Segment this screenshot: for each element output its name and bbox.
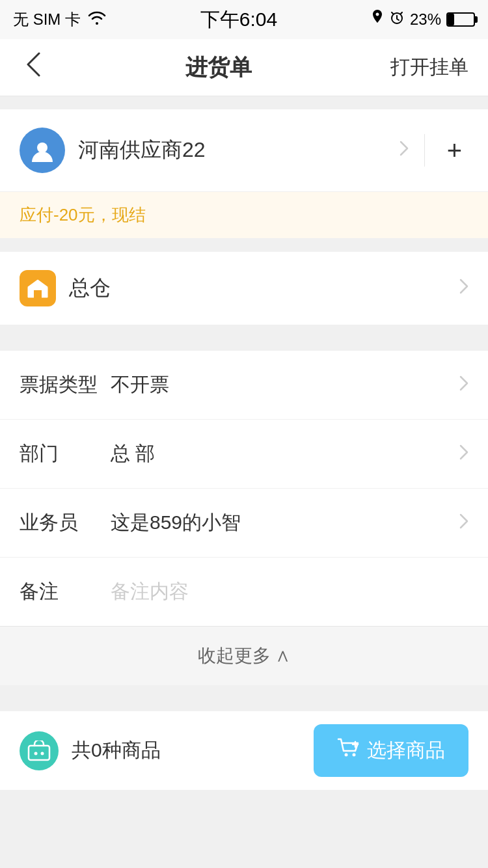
invoice-type-label: 票据类型 [20,372,111,398]
supplier-section: 河南供应商22 + 应付-20元，现结 [0,109,488,239]
battery-percentage: 23% [410,10,441,29]
location-icon [371,10,384,29]
alarm-icon [389,10,405,29]
department-value: 总 部 [111,441,459,467]
page-title: 进货单 [185,53,252,83]
svg-point-7 [353,753,356,757]
department-row[interactable]: 部门 总 部 [0,420,488,489]
salesman-chevron-icon [459,513,468,534]
invoice-type-row[interactable]: 票据类型 不开票 [0,351,488,420]
section-gap-2 [0,239,488,252]
section-gap-3 [0,325,488,338]
status-left: 无 SIM 卡 [13,9,107,30]
department-chevron-icon [459,444,468,465]
svg-rect-2 [34,290,42,298]
supplier-name: 河南供应商22 [78,136,400,165]
nav-bar: 进货单 打开挂单 [0,39,488,96]
svg-point-5 [41,752,44,755]
remark-label: 备注 [20,578,111,605]
salesman-row[interactable]: 业务员 这是859的小智 [0,489,488,558]
back-button[interactable] [20,46,47,89]
collapse-button[interactable]: 收起更多 ∧ [0,626,488,685]
salesman-label: 业务员 [20,509,111,536]
product-bar: 共0种商品 选择商品 [0,711,488,790]
battery-icon [446,12,475,27]
supplier-avatar [20,128,65,173]
status-right: 23% [371,10,475,29]
warehouse-chevron-icon [459,278,468,299]
svg-rect-3 [29,746,49,760]
wifi-icon [87,10,107,29]
warehouse-icon [20,270,56,306]
open-pending-button[interactable]: 打开挂单 [390,54,468,81]
section-gap-4 [0,685,488,698]
svg-point-6 [345,753,348,757]
notice-bar: 应付-20元，现结 [0,192,488,239]
cart-icon [337,738,360,763]
warehouse-section: 总仓 [0,252,488,325]
svg-point-4 [34,752,38,755]
form-section: 票据类型 不开票 部门 总 部 业务员 这是859的小智 备注 备注内容 [0,351,488,626]
product-icon [20,731,59,770]
warehouse-row[interactable]: 总仓 [0,252,488,325]
salesman-value: 这是859的小智 [111,509,459,536]
product-count: 共0种商品 [72,737,314,764]
invoice-type-chevron-icon [459,375,468,396]
carrier-text: 无 SIM 卡 [13,9,81,30]
status-bar: 无 SIM 卡 下午6:04 23% [0,0,488,39]
select-product-button[interactable]: 选择商品 [314,724,468,777]
supplier-row[interactable]: 河南供应商22 + [0,109,488,192]
status-time: 下午6:04 [200,7,277,33]
svg-point-1 [37,142,47,153]
remark-input[interactable]: 备注内容 [111,578,468,605]
add-supplier-button[interactable]: + [441,136,468,165]
supplier-chevron-icon [400,140,409,161]
divider [424,134,425,167]
invoice-type-value: 不开票 [111,372,459,398]
section-gap-1 [0,96,488,109]
select-product-label: 选择商品 [367,737,445,764]
department-label: 部门 [20,441,111,467]
remark-row[interactable]: 备注 备注内容 [0,558,488,626]
warehouse-name: 总仓 [69,274,459,303]
